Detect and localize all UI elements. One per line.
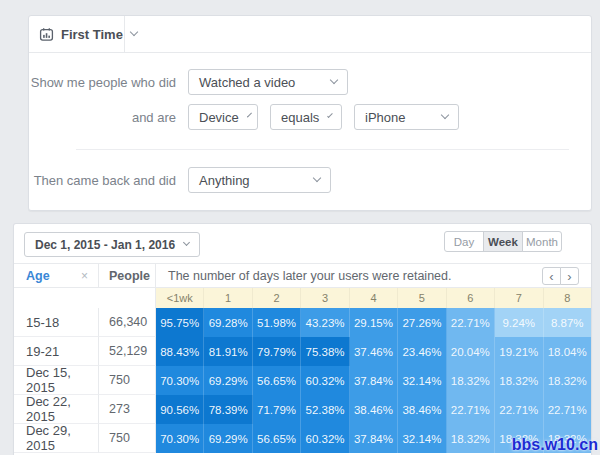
filter-row-label: Then came back and did — [29, 173, 176, 188]
table-header-row: Age × People The number of days later yo… — [14, 263, 591, 288]
age-column-header[interactable]: Age × — [14, 264, 99, 287]
retention-cell[interactable]: 43.23% — [301, 308, 349, 337]
chevron-right-icon[interactable]: › — [560, 267, 579, 285]
table-row: 15-18 66,340 95.75% 69.28% 51.98% 43.23%… — [14, 308, 591, 337]
retention-cell[interactable]: 78.39% — [204, 395, 252, 424]
cohort-people: 52,129 — [99, 337, 156, 366]
retention-panel: Dec 1, 2015 - Jan 1, 2016 Day Week Month… — [13, 223, 592, 455]
value-dropdown[interactable]: iPhone — [354, 104, 459, 130]
retention-cell[interactable]: 22.71% — [495, 395, 543, 424]
retention-cell[interactable]: 8.87% — [544, 308, 591, 337]
chevron-down-icon — [313, 174, 321, 182]
value-dropdown-value: iPhone — [365, 110, 405, 125]
retention-cell[interactable]: 70.30% — [156, 366, 204, 395]
age-header-label[interactable]: Age — [26, 269, 50, 283]
retention-cell[interactable]: 27.26% — [398, 308, 446, 337]
retention-cell[interactable]: 38.46% — [350, 395, 398, 424]
chevron-down-icon[interactable] — [130, 28, 138, 36]
action-dropdown[interactable]: Watched a video — [188, 69, 348, 95]
retention-cell[interactable]: 71.79% — [253, 395, 301, 424]
day-column-label: 6 — [447, 288, 495, 308]
property-dropdown[interactable]: Device — [188, 104, 258, 130]
retention-cell[interactable]: 18.32% — [447, 424, 495, 453]
day-column-label: 5 — [398, 288, 446, 308]
granularity-day-button[interactable]: Day — [444, 231, 484, 252]
chevron-down-icon — [441, 111, 449, 119]
retention-cell[interactable]: 69.29% — [204, 366, 252, 395]
return-action-dropdown-value: Anything — [199, 173, 250, 188]
retention-cell[interactable]: 32.14% — [398, 424, 446, 453]
granularity-week-button[interactable]: Week — [483, 231, 523, 252]
table-row: 19-21 52,129 88.43% 81.91% 79.79% 75.38%… — [14, 337, 591, 366]
retention-cell[interactable]: 88.43% — [156, 337, 204, 366]
granularity-toggle: Day Week Month — [444, 231, 562, 252]
day-column-label: 8 — [544, 288, 591, 308]
retention-cell[interactable]: 18.32% — [447, 366, 495, 395]
retention-cell[interactable]: 81.91% — [204, 337, 252, 366]
granularity-month-button[interactable]: Month — [522, 231, 562, 252]
retention-cell[interactable]: 70.30% — [156, 424, 204, 453]
day-column-label: 1 — [204, 288, 252, 308]
retention-cell[interactable]: 20.04% — [447, 337, 495, 366]
retention-cell[interactable]: 22.71% — [447, 395, 495, 424]
retention-cell[interactable]: 37.84% — [350, 366, 398, 395]
chevron-down-icon — [330, 76, 338, 84]
chevron-down-icon — [247, 113, 252, 118]
retention-cell[interactable]: 90.56% — [156, 395, 204, 424]
retention-cell[interactable]: 38.46% — [398, 395, 446, 424]
retention-cell[interactable]: 9.24% — [495, 308, 543, 337]
date-range-dropdown[interactable]: Dec 1, 2015 - Jan 1, 2016 — [24, 232, 200, 257]
retention-cell[interactable]: 19.21% — [495, 337, 543, 366]
filter-row-action: Show me people who did Watched a video — [29, 69, 348, 95]
table-row: Dec 22, 2015 273 90.56% 78.39% 71.79% 52… — [14, 395, 591, 424]
retention-cell[interactable]: 29.15% — [350, 308, 398, 337]
close-icon[interactable]: × — [81, 269, 88, 283]
retention-cell[interactable]: 23.46% — [398, 337, 446, 366]
chevron-left-icon[interactable]: ‹ — [542, 267, 561, 285]
retention-cell[interactable]: 60.32% — [301, 366, 349, 395]
retention-cell[interactable]: 22.71% — [447, 308, 495, 337]
retention-cell[interactable]: 37.46% — [350, 337, 398, 366]
day-column-label: 4 — [350, 288, 398, 308]
retention-table: Age × People The number of days later yo… — [14, 263, 591, 455]
retention-cell[interactable]: 56.65% — [253, 424, 301, 453]
day-columns-row: <1wk 1 2 3 4 5 6 7 8 — [14, 288, 591, 308]
retention-cell[interactable]: 69.29% — [204, 424, 252, 453]
chevron-down-icon — [327, 112, 332, 117]
retention-cell[interactable]: 18.32% — [544, 366, 591, 395]
retention-cell[interactable]: 22.71% — [544, 395, 591, 424]
retention-cell[interactable]: 75.38% — [301, 337, 349, 366]
cohort-people: 750 — [99, 366, 156, 395]
people-column-header: People — [99, 264, 156, 287]
retention-cell[interactable]: 32.14% — [398, 366, 446, 395]
first-time-icon — [39, 27, 54, 42]
cohort-label: 19-21 — [14, 337, 99, 366]
cohort-people: 66,340 — [99, 308, 156, 337]
retention-cell[interactable]: 37.84% — [350, 424, 398, 453]
cohort-label: 15-18 — [14, 308, 99, 337]
retention-cell[interactable]: 79.79% — [253, 337, 301, 366]
retention-cell[interactable]: 60.32% — [301, 424, 349, 453]
retention-cell[interactable]: 95.75% — [156, 308, 204, 337]
table-row: Dec 29, 2015 750 70.30% 69.29% 56.65% 60… — [14, 424, 591, 453]
operator-dropdown[interactable]: equals — [270, 104, 342, 130]
day-column-label: <1wk — [156, 288, 204, 308]
retention-cell[interactable]: 69.28% — [204, 308, 252, 337]
retention-cell[interactable]: 56.65% — [253, 366, 301, 395]
filter-panel-header: First Time — [29, 16, 591, 53]
return-action-dropdown[interactable]: Anything — [188, 167, 331, 193]
day-column-label: 2 — [253, 288, 301, 308]
cohort-label: Dec 15, 2015 — [14, 366, 99, 395]
cohort-people: 750 — [99, 424, 156, 453]
retention-cell[interactable]: 18.04% — [544, 337, 591, 366]
retention-cell[interactable]: 52.38% — [301, 395, 349, 424]
cohort-people: 273 — [99, 395, 156, 424]
filter-row-condition: and are Device equals iPhone — [29, 104, 459, 130]
filter-divider — [76, 149, 569, 150]
first-time-button[interactable]: First Time — [61, 27, 123, 42]
day-column-label: 3 — [301, 288, 349, 308]
retention-cell[interactable]: 51.98% — [253, 308, 301, 337]
retention-cell[interactable]: 18.32% — [495, 366, 543, 395]
filter-panel: First Time Show me people who did Watche… — [28, 15, 592, 211]
chevron-down-icon — [183, 239, 190, 246]
